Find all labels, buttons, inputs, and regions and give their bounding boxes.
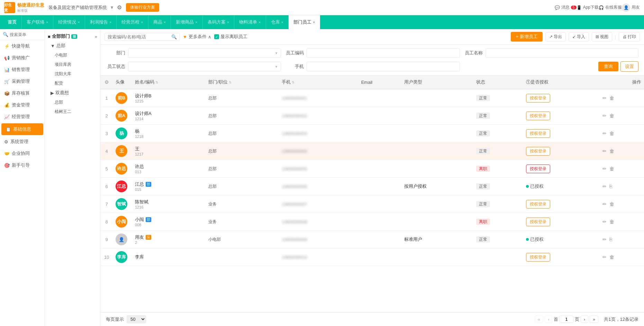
sidebar-item-quicknav[interactable]: ⚡ 快捷导航 [0,40,45,52]
tab-history[interactable]: 经营历程 × [117,15,148,29]
sidebar-item-collab[interactable]: 🤝 企业协同 [0,148,45,159]
all-dept-label[interactable]: ■ [48,34,51,39]
close-icon[interactable]: × [78,20,80,24]
edit-icon[interactable]: ✏ [602,148,607,154]
edit-icon[interactable]: ✏ [602,95,607,101]
phone-input[interactable] [307,62,460,71]
auth-button[interactable]: 授权登录 [526,112,550,120]
more-filter-btn[interactable]: ▼ 更多条件 ∧ [183,34,211,40]
sidebar-item-sales[interactable]: 📊 销售管理 [0,64,45,76]
sidebar-item-guide[interactable]: 🎯 新手引导 [0,159,45,171]
tab-bom[interactable]: 物料清单 × [234,15,266,29]
tab-home[interactable]: 首页 [3,15,22,29]
tree-node-hq[interactable]: ▼ 总部 [45,41,100,51]
phone-sort[interactable]: 手机 ⇅ [282,79,356,85]
sidebar-search-input[interactable] [10,32,45,37]
auth-button[interactable]: 授权登录 [526,200,550,209]
delete-icon[interactable]: 🗑 [609,166,614,171]
edit-icon[interactable]: ✏ [602,237,607,242]
query-button[interactable]: 查询 [598,62,618,71]
tab-add-goods[interactable]: 新增商品 × [171,15,202,29]
emp-code-input[interactable] [307,48,460,58]
close-icon[interactable]: × [46,20,48,24]
search-input[interactable] [108,34,170,39]
tab-goods[interactable]: 商品 × [148,15,171,29]
import-button[interactable]: ↙ 导入 [569,32,589,42]
set-button[interactable]: 设置 [620,61,638,72]
delete-icon[interactable]: 🗑 [609,219,614,224]
prev-page-btn[interactable]: ‹ [545,316,552,323]
tree-node-project[interactable]: 项目库房 [45,60,100,69]
delete-icon[interactable]: 🗑 [609,148,614,154]
tree-node-peihuo[interactable]: 配货 [45,79,100,88]
sidebar-item-marketing[interactable]: 📢 营销推广 [0,52,45,64]
user-btn[interactable]: 👤 用友 [622,3,640,12]
sidebar-item-system[interactable]: ⚙ 系统管理 [0,136,45,148]
add-employee-button[interactable]: + 新增员工 [511,32,542,42]
close-icon[interactable]: × [195,20,197,24]
tree-node-zhishu[interactable]: 植树王二 [45,107,100,116]
edit-icon[interactable]: ✏ [602,166,607,171]
delete-icon[interactable]: 🗑 [609,254,614,260]
auth-button[interactable]: 授权登录 [526,218,550,226]
th-dept[interactable]: 部门/职位 ⇅ [206,76,279,89]
edit-icon[interactable]: ✏ [602,219,607,224]
tree-node-xiaodian[interactable]: 小电部 [45,51,100,60]
emp-name-input[interactable] [486,48,638,58]
emp-status-select[interactable]: ▼ [128,62,281,71]
copy-icon[interactable]: ⎘ [609,184,612,189]
sidebar-item-purchase[interactable]: 🛒 采购管理 [0,76,45,87]
edit-icon[interactable]: ✏ [602,131,607,136]
gear-icon[interactable]: ⚙ [105,79,109,85]
delete-icon[interactable]: 🗑 [609,131,614,136]
tree-node-shenyang[interactable]: 沈阳大库 [45,69,100,79]
phone-field[interactable] [310,64,456,69]
tree-node-shuanglu[interactable]: ▶ 双鹿想 [45,88,100,98]
tab-operation[interactable]: 经营情况 × [53,15,85,29]
emp-name-field[interactable] [489,51,635,56]
sidebar-item-basic[interactable]: 📋 基础信息 [1,123,43,135]
view-button[interactable]: ⊞ 视图 [592,32,612,42]
close-icon[interactable]: × [281,20,283,24]
page-number-input[interactable] [560,316,573,323]
print-button[interactable]: 🖨 打印 [619,32,640,42]
export-button[interactable]: ↗ 导出 [545,32,566,42]
edit-icon[interactable]: ✏ [602,254,607,260]
next-page-btn[interactable]: › [581,316,588,323]
delete-icon[interactable]: 🗑 [609,201,614,207]
dept-select[interactable]: ▼ [128,48,281,58]
emp-code-field[interactable] [310,51,456,56]
delete-icon[interactable]: 🗑 [609,113,614,118]
edit-icon[interactable]: ✏ [602,201,607,207]
first-page-btn[interactable]: « [535,316,543,323]
auth-button[interactable]: 授权登录 [526,129,550,138]
copy-icon[interactable]: ⎘ [609,237,612,242]
dept-sort[interactable]: 部门/职位 ⇅ [208,79,276,85]
close-icon[interactable]: × [109,20,111,24]
tab-barcode[interactable]: 条码方案 × [203,15,234,29]
online-service-btn[interactable]: 🎧 在线客服 [599,5,622,10]
page-size-select[interactable]: 50 100 200 [127,315,146,323]
auth-button[interactable]: 授权登录 [526,94,550,103]
th-settings[interactable]: ⚙ [100,76,113,89]
close-icon[interactable]: × [164,20,166,24]
sidebar-item-business[interactable]: 📈 经营管理 [0,111,45,123]
sidebar-item-finance[interactable]: 💰 资金管理 [0,99,45,111]
settings-icon[interactable]: ⚙ [117,4,122,11]
name-sort[interactable]: 姓名/编码 ⇅ [135,79,203,85]
trial-button[interactable]: 体验行业方案 [126,3,159,12]
delete-icon[interactable]: 🗑 [609,95,614,101]
th-name[interactable]: 姓名/编码 ⇅ [132,76,206,89]
collapse-btn[interactable]: » [95,34,97,39]
close-icon[interactable]: × [141,20,143,24]
edit-icon[interactable]: ✏ [602,184,607,189]
tab-department[interactable]: 部门员工 × [289,15,320,29]
tree-node-zongbu[interactable]: 总部 [45,98,100,107]
sidebar-item-inventory[interactable]: 📦 库存核算 [0,87,45,99]
show-dimission-toggle[interactable]: ✓ 显示离职员工 [214,34,247,40]
app-download-btn[interactable]: 📱 App下载 [577,5,599,10]
message-btn[interactable]: 💬 消息 5 [555,5,577,10]
th-phone[interactable]: 手机 ⇅ [279,76,359,89]
close-icon[interactable]: × [227,20,229,24]
auth-button[interactable]: 授权登录 [526,147,550,156]
